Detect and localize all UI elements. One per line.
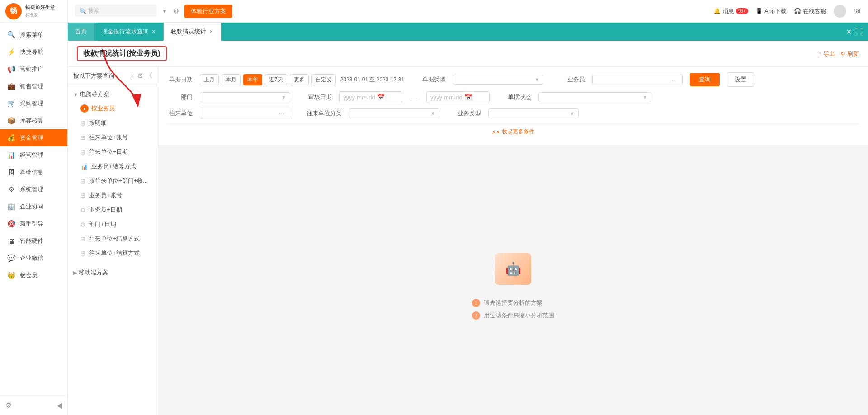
tree-item-partner-dept-receipt[interactable]: ⊞ 按往来单位+部门+收...: [68, 174, 158, 188]
doc-type-label: 单据类型: [420, 75, 446, 84]
custom-btn[interactable]: 自定义: [311, 74, 336, 85]
sidebar-item-marketing[interactable]: 📢 营销推广: [0, 61, 67, 78]
date-options: 上月 本月 本年 近7天 更多 自定义 2023-01-01 至 2023-12…: [200, 74, 404, 85]
salesperson-account-icon: ⊞: [80, 192, 85, 199]
tab-maximize-icon[interactable]: ⛶: [855, 28, 863, 36]
sidebar-collapse-btn[interactable]: ◀: [57, 401, 62, 410]
tree-item-salesperson-account[interactable]: ⊞ 业务员+账号: [68, 188, 158, 203]
messages-button[interactable]: 🔔 消息 99+: [713, 7, 748, 15]
sidebar-item-operations[interactable]: 📊 经营管理: [0, 146, 67, 164]
last7-btn[interactable]: 近7天: [265, 74, 287, 85]
date-label: 单据日期: [167, 75, 193, 84]
online-service-button[interactable]: 🎧 在线客服: [794, 7, 826, 15]
sidebar-item-quicknav[interactable]: ⚡ 快捷导航: [0, 43, 67, 61]
sidebar-item-system[interactable]: ⚙ 系统管理: [0, 181, 67, 198]
salesperson-select[interactable]: ···: [592, 74, 683, 85]
doc-type-select[interactable]: ▼: [453, 75, 543, 85]
sidebar-item-member[interactable]: 👑 畅会员: [0, 267, 67, 284]
scheme-settings-icon[interactable]: ⚙: [137, 72, 143, 80]
tree-item-partner-date[interactable]: ⊞ 往来单位+日期: [68, 145, 158, 159]
topbar-dropdown[interactable]: ▼: [162, 8, 167, 14]
tab-close-window-icon[interactable]: ✕: [846, 28, 852, 36]
doc-status-dropdown-icon: ▼: [642, 94, 647, 100]
refresh-icon: ↻: [840, 50, 845, 57]
guide-icon: 🎯: [7, 220, 15, 228]
sidebar-item-wechat[interactable]: 💬 企业微信: [0, 250, 67, 267]
sidebar-item-purchase[interactable]: 🛒 采购管理: [0, 95, 67, 112]
hardware-icon: 🖥: [7, 237, 15, 245]
last-month-btn[interactable]: 上月: [200, 74, 219, 85]
tree-parent-desktop[interactable]: ▼ 电脑端方案: [68, 88, 158, 101]
collapse-filters-bar[interactable]: ∧∧ 收起更多条件: [167, 124, 859, 139]
calendar-start-icon[interactable]: 📅: [377, 94, 385, 101]
business-type-label: 业务类型: [456, 109, 481, 118]
review-date-end-placeholder: yyyy-mm-dd: [430, 94, 462, 101]
calendar-end-icon[interactable]: 📅: [464, 94, 472, 101]
tree-parent-mobile[interactable]: ▶ 移动端方案: [68, 266, 158, 279]
sidebar-item-finance[interactable]: 💰 资金管理: [0, 129, 67, 146]
service-icon: 🎧: [794, 8, 801, 14]
app-download-button[interactable]: 📱 App下载: [755, 7, 787, 15]
tree-item-salesperson-payment[interactable]: 📊 业务员+结算方式: [68, 159, 158, 174]
sidebar-item-label: 智能硬件: [20, 237, 43, 245]
tree-item-partner-account[interactable]: ⊞ 往来单位+账号: [68, 130, 158, 145]
filter-settings-button[interactable]: 设置: [727, 72, 754, 87]
empty-face-icon: 🤖: [505, 261, 521, 276]
refresh-button[interactable]: ↻ 刷新: [840, 50, 859, 58]
topbar-gear-icon[interactable]: ⚙: [173, 7, 179, 15]
page-title-box: 收款情况统计(按业务员): [77, 46, 167, 61]
review-date-start-input[interactable]: yyyy-mm-dd 📅: [339, 91, 402, 103]
marketing-icon: 📢: [7, 65, 15, 73]
sidebar-item-basic[interactable]: 🗄 基础信息: [0, 164, 67, 181]
department-select[interactable]: ▼: [200, 92, 290, 102]
wechat-icon: 💬: [7, 254, 15, 262]
more-btn[interactable]: 更多: [290, 74, 309, 85]
business-type-dropdown-icon: ▼: [570, 111, 575, 116]
salesperson-more-icon[interactable]: ···: [671, 76, 677, 83]
review-date-start-placeholder: yyyy-mm-dd: [343, 94, 375, 101]
sidebar-settings-btn[interactable]: ⚙: [5, 401, 12, 410]
tree-item-dept-date[interactable]: ⊙ 部门+日期: [68, 217, 158, 231]
trial-industry-button[interactable]: 体验行业方案: [184, 5, 232, 18]
add-scheme-button[interactable]: +: [130, 72, 134, 80]
tab-bank[interactable]: 现金银行流水查询 ✕: [94, 23, 164, 41]
sidebar-item-search[interactable]: 🔍 搜索菜单: [0, 26, 67, 43]
tree-item-partner-payment1[interactable]: ⊞ 往来单位+结算方式: [68, 231, 158, 246]
topbar-search[interactable]: 🔍 搜索: [75, 5, 156, 17]
sidebar-item-label: 搜索菜单: [20, 31, 43, 39]
tree-item-salesperson-date[interactable]: ⊙ 业务员+日期: [68, 203, 158, 217]
query-button[interactable]: 查询: [690, 73, 720, 86]
page-header: 收款情况统计(按业务员) ↑ 导出 ↻ 刷新: [68, 41, 868, 67]
sidebar-item-guide[interactable]: 🎯 新手引导: [0, 215, 67, 232]
page-title: 收款情况统计(按业务员): [83, 49, 160, 57]
tree-item-partner-payment2[interactable]: ⊞ 往来单位+结算方式: [68, 246, 158, 260]
review-date-end-input[interactable]: yyyy-mm-dd 📅: [426, 91, 490, 103]
business-type-select[interactable]: ▼: [488, 108, 579, 118]
partner-more-icon[interactable]: ···: [279, 110, 284, 117]
sidebar-item-sales[interactable]: 💼 销售管理: [0, 78, 67, 95]
sidebar-item-hardware[interactable]: 🖥 智能硬件: [0, 232, 67, 250]
results-area: 🤖 1 请先选择要分析的方案 2 用过滤条件来缩小分析范围: [158, 145, 868, 415]
tab-receipts[interactable]: 收款情况统计 ✕: [164, 23, 221, 41]
partner-category-select[interactable]: ▼: [349, 108, 439, 118]
filter-row-3: 往来单位 ··· 往来单位分类 ▼ 业务类型 ▼: [167, 108, 859, 119]
panel-collapse-icon[interactable]: 《: [146, 71, 152, 80]
tab-home[interactable]: 首页: [68, 23, 94, 41]
doc-status-select[interactable]: ▼: [538, 92, 651, 102]
tree-item-by-detail[interactable]: ⊞ 按明细: [68, 116, 158, 130]
user-avatar[interactable]: [834, 5, 846, 18]
sidebar-item-inventory[interactable]: 📦 库存核算: [0, 112, 67, 129]
partner-select[interactable]: ···: [200, 108, 290, 119]
sidebar-item-enterprise[interactable]: 🏢 企业协同: [0, 198, 67, 215]
this-year-btn[interactable]: 本年: [243, 74, 262, 85]
purchase-icon: 🛒: [7, 99, 15, 108]
partner-account-icon: ⊞: [80, 134, 85, 141]
tab-receipts-close-icon[interactable]: ✕: [209, 28, 213, 35]
export-button[interactable]: ↑ 导出: [819, 50, 835, 58]
export-icon: ↑: [819, 50, 822, 57]
quicknav-icon: ⚡: [7, 48, 15, 56]
doc-status-label: 单据状态: [506, 93, 531, 101]
tab-bank-close-icon[interactable]: ✕: [151, 28, 156, 35]
this-month-btn[interactable]: 本月: [222, 74, 241, 85]
tree-item-by-salesperson[interactable]: ● 按业务员: [68, 101, 158, 116]
